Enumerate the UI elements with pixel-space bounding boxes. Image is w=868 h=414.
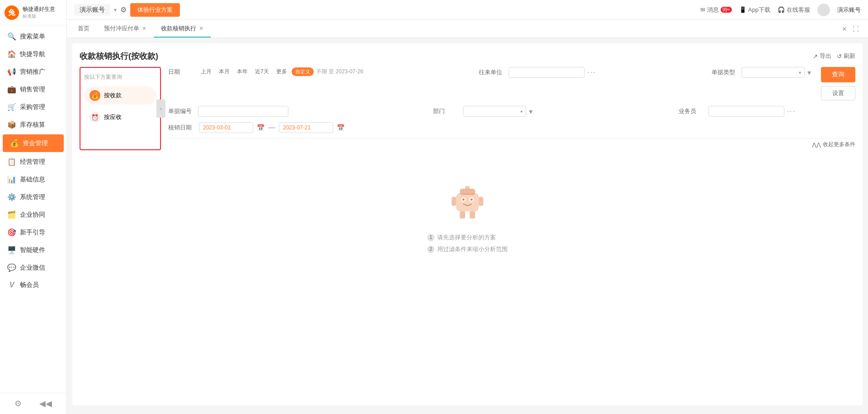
collapse-sidebar-icon[interactable]: ◀◀ xyxy=(39,399,52,409)
sidebar-item-wechat[interactable]: 💬 企业微信 xyxy=(0,259,66,276)
counterpart-more-icon[interactable]: ··· xyxy=(587,68,596,76)
voucher-type-filter: 单据类型 ▾ xyxy=(712,67,812,78)
dept-select[interactable] xyxy=(463,106,526,117)
user-name[interactable]: 演示账号 xyxy=(837,6,861,14)
company-dropdown-icon[interactable]: ▾ xyxy=(114,7,117,13)
message-badge: 99+ xyxy=(721,7,732,13)
tab-prepay-close[interactable]: ✕ xyxy=(142,25,146,32)
sidebar-item-purchase[interactable]: 🛒 采购管理 xyxy=(0,98,66,116)
voucher-type-dropdown-icon[interactable]: ▾ xyxy=(807,68,812,77)
user-avatar[interactable] xyxy=(817,4,830,16)
app-badge: 标准版 xyxy=(23,13,55,19)
tab-writeoff[interactable]: 收款核销执行 ✕ xyxy=(154,20,211,38)
tab-writeoff-close[interactable]: ✕ xyxy=(199,25,203,32)
sidebar-item-finance[interactable]: 💰 资金管理 xyxy=(3,134,64,152)
company-name[interactable]: 演示账号 xyxy=(74,4,110,16)
date-nolimit-text: 不限 至 2023-07-26 xyxy=(316,68,363,76)
date-link-lastmonth[interactable]: 上月 xyxy=(198,67,214,76)
online-service-action[interactable]: 🎧 在线客服 xyxy=(778,6,810,14)
tab-controls: ✕ ⛶ xyxy=(836,20,864,38)
sidebar-item-search[interactable]: 🔍 搜索菜单 xyxy=(0,28,66,45)
home-icon: 🏠 xyxy=(7,50,16,58)
tip-num-2: 2 xyxy=(427,246,434,253)
sidebar-item-sales[interactable]: 💼 销售管理 xyxy=(0,81,66,98)
writeoff-end-input[interactable] xyxy=(279,122,333,133)
writeoff-end-calendar-icon[interactable]: 📅 xyxy=(337,124,344,131)
search-icon: 🔍 xyxy=(7,32,16,41)
sidebar-item-collab[interactable]: 🗂️ 企业协同 xyxy=(0,206,66,224)
empty-illustration xyxy=(440,177,495,223)
tab-expand-icon[interactable]: ⛶ xyxy=(851,24,861,34)
sidebar-item-operation[interactable]: 📋 经营管理 xyxy=(0,153,66,171)
collapse-sidebar-btn[interactable]: » xyxy=(156,100,165,118)
dept-dropdown-icon[interactable]: ▾ xyxy=(529,107,533,116)
sidebar-item-guide[interactable]: 🎯 新手引导 xyxy=(0,224,66,241)
sidebar-item-label: 营销推广 xyxy=(20,68,45,76)
staff-filter: 业务员 ··· xyxy=(679,106,796,117)
query-btn[interactable]: 查询 xyxy=(821,67,855,82)
sidebar-item-quick[interactable]: 🏠 快捷导航 xyxy=(0,45,66,63)
filter-layout: 按以下方案查询 💰 按收款 ⏰ 按应收 » xyxy=(80,67,855,150)
refresh-btn[interactable]: ↺ 刷新 xyxy=(837,52,855,60)
receivable-icon: ⏰ xyxy=(90,112,100,123)
empty-state: 1 请先选择要分析的方案 2 用过滤条件来缩小分析范围 xyxy=(80,150,855,282)
counterpart-filter: 往来单位 ··· xyxy=(479,67,596,78)
date-link-7days[interactable]: 近7天 xyxy=(252,67,272,76)
tip-num-1: 1 xyxy=(427,234,434,241)
sidebar-item-label: 智能硬件 xyxy=(20,246,45,254)
sidebar-item-label: 新手引导 xyxy=(20,228,45,237)
svg-rect-2 xyxy=(465,186,470,190)
app-download-icon: 📱 xyxy=(739,6,746,13)
collapse-more-btn[interactable]: ⋀⋀ 收起更多条件 xyxy=(168,138,855,150)
tip-row-2: 2 用过滤条件来缩小分析范围 xyxy=(427,243,508,255)
tab-close-all-icon[interactable]: ✕ xyxy=(840,24,849,34)
tab-home[interactable]: 首页 xyxy=(71,20,97,38)
sidebar-item-basic[interactable]: 📊 基础信息 xyxy=(0,171,66,188)
sidebar-item-label: 企业微信 xyxy=(20,264,45,272)
tab-home-label: 首页 xyxy=(78,24,90,33)
settings-btn[interactable]: 设置 xyxy=(821,86,855,100)
header-right: ✉ 消息 99+ 📱 App下载 🎧 在线客服 演示账号 xyxy=(700,4,861,16)
filter-option-by-receipt[interactable]: 💰 按收款 xyxy=(84,86,156,105)
sidebar-item-system[interactable]: ⚙️ 系统管理 xyxy=(0,188,66,206)
date-custom-badge[interactable]: 自定义 xyxy=(292,67,314,76)
tip-text-1: 请先选择要分析的方案 xyxy=(437,232,496,243)
voucher-no-input[interactable] xyxy=(198,106,288,117)
staff-input[interactable] xyxy=(708,106,784,117)
date-link-thismonth[interactable]: 本月 xyxy=(216,67,232,76)
sidebar-item-inventory[interactable]: 📦 库存核算 xyxy=(0,116,66,133)
staff-more-icon[interactable]: ··· xyxy=(787,107,796,115)
operation-icon: 📋 xyxy=(7,157,16,166)
page-content: 收款核销执行(按收款) ↗ 导出 ↺ 刷新 按以下方案查询 xyxy=(67,38,868,414)
message-action[interactable]: ✉ 消息 99+ xyxy=(700,6,732,14)
dept-filter: 部门 ▾ xyxy=(433,106,533,117)
filter-content: 日期 上月 本月 本年 近7天 更多 自定义 不限 至 2023-07-26 xyxy=(168,67,855,150)
sidebar-item-member[interactable]: V 畅会员 xyxy=(0,276,66,294)
sidebar-item-label: 搜索菜单 xyxy=(20,33,45,41)
receipt-icon: 💰 xyxy=(90,90,100,101)
collab-icon: 🗂️ xyxy=(7,210,16,219)
filter-option-by-receivable[interactable]: ⏰ 按应收 xyxy=(84,108,156,126)
voucher-type-select[interactable] xyxy=(741,67,805,78)
writeoff-start-input[interactable] xyxy=(199,122,253,133)
member-icon: V xyxy=(7,281,16,289)
sidebar-item-marketing[interactable]: 📢 营销推广 xyxy=(0,63,66,81)
sidebar-item-label: 企业协同 xyxy=(20,211,45,219)
tab-prepay[interactable]: 预付冲应付单 ✕ xyxy=(97,20,154,38)
app-download-action[interactable]: 📱 App下载 xyxy=(739,6,770,14)
svg-rect-1 xyxy=(460,189,475,195)
counterpart-input[interactable] xyxy=(509,67,585,78)
dept-select-wrap xyxy=(463,106,526,117)
date-nolimit: 不限 至 2023-07-26 xyxy=(316,68,363,76)
sidebar-item-hardware[interactable]: 🖥️ 智能硬件 xyxy=(0,241,66,259)
finance-icon: 💰 xyxy=(10,139,19,148)
date-link-more[interactable]: 更多 xyxy=(274,67,290,76)
sidebar-item-label: 系统管理 xyxy=(20,193,45,201)
date-link-thisyear[interactable]: 本年 xyxy=(234,67,250,76)
writeoff-start-calendar-icon[interactable]: 📅 xyxy=(257,124,264,131)
message-icon: ✉ xyxy=(700,6,705,13)
export-btn[interactable]: ↗ 导出 xyxy=(813,52,831,60)
header-gear-icon[interactable]: ⚙ xyxy=(120,5,127,14)
industry-btn[interactable]: 体验行业方案 xyxy=(130,3,180,17)
settings-bottom-icon[interactable]: ⚙ xyxy=(14,399,22,409)
